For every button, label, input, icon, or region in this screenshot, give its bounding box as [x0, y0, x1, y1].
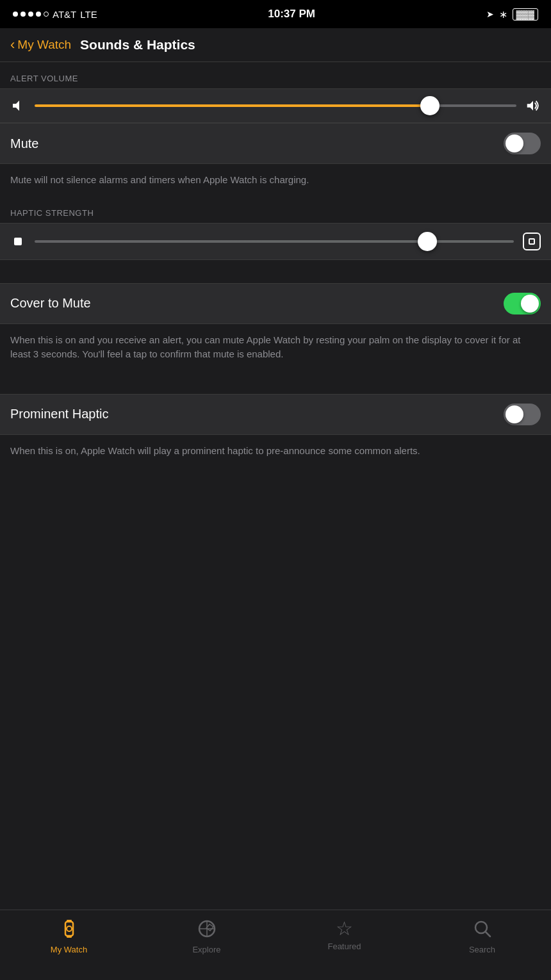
back-chevron-icon: ‹: [10, 38, 15, 52]
back-button[interactable]: ‹ My Watch: [10, 38, 71, 52]
tab-explore-label: Explore: [192, 945, 220, 954]
main-content: ALERT VOLUME Mute Mu: [0, 62, 551, 544]
cover-to-mute-row[interactable]: Cover to Mute: [0, 284, 551, 323]
network-label: LTE: [80, 9, 97, 20]
location-icon: ➤: [486, 9, 494, 19]
dot-1: [13, 12, 18, 17]
mute-toggle-knob: [506, 135, 523, 152]
prominent-haptic-description: When this is on, Apple Watch will play a…: [0, 435, 551, 468]
mute-group: Mute: [0, 123, 551, 164]
search-icon: [473, 919, 492, 942]
status-bar: AT&T LTE 10:37 PM ➤ ∗ ▓▓▓: [0, 0, 551, 28]
haptic-inner-square: [529, 238, 535, 245]
volume-slider-track[interactable]: [35, 104, 516, 107]
volume-high-icon: [525, 98, 541, 113]
my-watch-icon: [60, 919, 79, 942]
prominent-haptic-toggle-knob: [506, 405, 523, 423]
haptic-slider-row[interactable]: [0, 223, 551, 260]
haptic-high-icon: [523, 233, 541, 250]
dot-4: [36, 12, 41, 17]
svg-line-11: [486, 932, 490, 936]
tab-my-watch-label: My Watch: [51, 945, 87, 954]
mute-row[interactable]: Mute: [0, 124, 551, 163]
volume-slider-row[interactable]: [0, 88, 551, 123]
mute-label: Mute: [10, 136, 504, 151]
haptic-slider-track[interactable]: [35, 240, 514, 243]
svg-marker-0: [13, 101, 19, 111]
dot-3: [28, 12, 33, 17]
status-right: ➤ ∗ ▓▓▓: [486, 8, 538, 20]
cover-to-mute-toggle[interactable]: [504, 293, 541, 314]
tab-explore[interactable]: Explore: [138, 917, 276, 954]
tab-search-label: Search: [469, 945, 495, 954]
explore-icon: [197, 919, 217, 942]
svg-point-4: [67, 926, 72, 931]
dot-2: [21, 12, 26, 17]
tab-bar: My Watch Explore ☆ Featured Search: [0, 910, 551, 980]
mute-toggle[interactable]: [504, 133, 541, 154]
tab-featured-label: Featured: [327, 942, 361, 951]
cover-to-mute-label: Cover to Mute: [10, 296, 504, 311]
page-title: Sounds & Haptics: [80, 37, 195, 53]
dot-5: [44, 12, 49, 17]
back-label: My Watch: [17, 38, 71, 52]
signal-dots: [13, 12, 49, 17]
volume-low-icon: [10, 98, 26, 113]
tab-featured[interactable]: ☆ Featured: [276, 917, 413, 951]
cover-to-mute-description: When this is on and you receive an alert…: [0, 324, 551, 371]
mute-description: Mute will not silence alarms and timers …: [0, 164, 551, 197]
volume-slider-thumb[interactable]: [420, 96, 440, 115]
alert-volume-header: ALERT VOLUME: [0, 62, 551, 88]
battery-icon: ▓▓▓: [513, 8, 538, 20]
prominent-haptic-toggle[interactable]: [504, 404, 541, 425]
featured-icon: ☆: [336, 919, 353, 938]
prominent-haptic-group: Prominent Haptic: [0, 394, 551, 435]
haptic-low-icon: [10, 234, 26, 249]
haptic-slider-thumb[interactable]: [418, 232, 437, 251]
cover-to-mute-group: Cover to Mute: [0, 283, 551, 324]
status-time: 10:37 PM: [268, 8, 315, 20]
cover-to-mute-toggle-knob: [521, 295, 539, 313]
tab-search[interactable]: Search: [413, 917, 551, 954]
prominent-haptic-row[interactable]: Prominent Haptic: [0, 395, 551, 434]
haptic-strength-header: HAPTIC STRENGTH: [0, 197, 551, 223]
svg-rect-5: [67, 920, 72, 922]
spacer-1: [0, 260, 551, 283]
nav-header: ‹ My Watch Sounds & Haptics: [0, 28, 551, 62]
status-left: AT&T LTE: [13, 9, 97, 20]
spacer-2: [0, 371, 551, 394]
svg-rect-2: [14, 238, 22, 245]
carrier-label: AT&T: [53, 9, 76, 20]
prominent-haptic-label: Prominent Haptic: [10, 407, 504, 421]
tab-my-watch[interactable]: My Watch: [0, 917, 138, 954]
svg-marker-1: [527, 101, 533, 111]
svg-rect-6: [67, 936, 72, 938]
bluetooth-icon: ∗: [499, 8, 507, 20]
